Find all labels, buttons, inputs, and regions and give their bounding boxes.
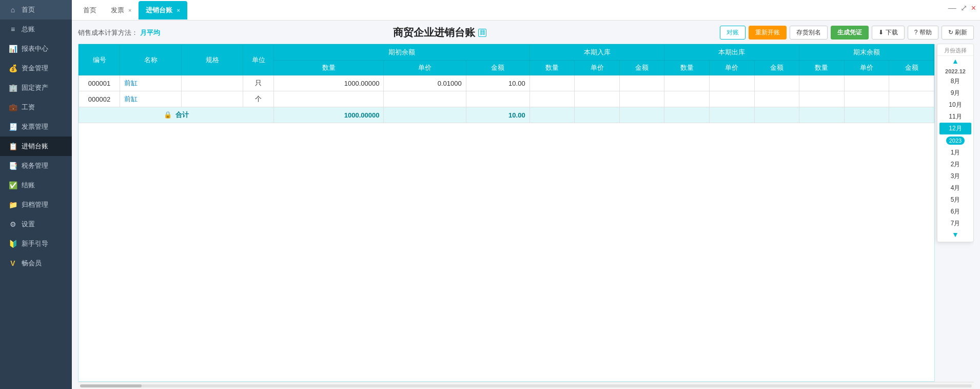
refresh-button[interactable]: ↻ 刷新 [942, 26, 974, 40]
month-5[interactable]: 5月 [937, 194, 973, 206]
cost-method-value: 月平均 [140, 29, 160, 36]
sidebar-item-funds[interactable]: 💰 资金管理 [0, 59, 72, 78]
reconcile-button[interactable]: 对账 [720, 26, 746, 40]
checkout-icon: ✅ [8, 181, 17, 189]
sub-col-price-in: 单价 [575, 61, 620, 75]
month-4[interactable]: 4月 [937, 182, 973, 194]
cell-name: 前缸 [120, 91, 182, 107]
sidebar-item-salary[interactable]: 💼 工资 [0, 98, 72, 117]
table-row[interactable]: 000001 前缸 只 1000.00000 0.01000 10.00 [79, 75, 934, 91]
tab-invoice-close[interactable]: × [128, 7, 131, 13]
sidebar-item-checkout[interactable]: ✅ 结账 [0, 176, 72, 195]
total-qty-begin: 1000.00000 [274, 107, 384, 123]
month-3[interactable]: 3月 [937, 170, 973, 182]
reopen-button[interactable]: 重新开账 [749, 26, 787, 40]
sidebar-item-tax[interactable]: 📑 税务管理 [0, 156, 72, 176]
cell-qty-begin: 1000.00000 [274, 75, 384, 91]
month-7[interactable]: 7月 [937, 218, 973, 229]
sidebar-item-assets[interactable]: 🏢 固定资产 [0, 78, 72, 98]
cell-amount-end [889, 91, 934, 107]
inventory-table: 编号 名称 规格 单位 期初余额 本期入库 本期出库 期末余额 数量 单价 [79, 44, 934, 123]
generate-voucher-button[interactable]: 生成凭证 [831, 26, 869, 40]
month-11[interactable]: 11月 [937, 111, 973, 123]
year-2022-label: 2022.12 [937, 66, 973, 75]
month-10[interactable]: 10月 [937, 99, 973, 111]
month-1[interactable]: 1月 [937, 147, 973, 159]
sidebar-item-guide[interactable]: 🔰 新手引导 [0, 234, 72, 254]
cell-id: 000001 [79, 75, 120, 91]
sidebar-item-label: 首页 [22, 5, 35, 14]
total-amount-out [754, 107, 799, 123]
help-icon: ? [914, 29, 918, 36]
table-row[interactable]: 000002 前缸 个 [79, 91, 934, 107]
maximize-button[interactable]: ⤢ [961, 3, 967, 13]
month-12[interactable]: 12月 [939, 123, 971, 134]
save-alias-button[interactable]: 存货别名 [790, 26, 828, 40]
total-label: 🔒 合计 [79, 107, 274, 123]
cell-price-end [844, 91, 889, 107]
tab-inventory[interactable]: 进销台账 × [139, 1, 187, 20]
sidebar-item-inventory[interactable]: 📋 进销台账 [0, 137, 72, 156]
sidebar-item-label: 工资 [22, 103, 35, 112]
cell-price-begin: 0.01000 [384, 75, 466, 91]
month-nav-down[interactable]: ▼ [937, 229, 973, 240]
info-icon[interactable]: 目 [478, 29, 486, 37]
sidebar-item-label: 归档管理 [22, 200, 48, 209]
scrollbar-thumb[interactable] [80, 384, 142, 387]
cell-price-in [575, 91, 620, 107]
sub-col-amount-in: 金额 [619, 61, 664, 75]
total-qty-out [664, 107, 710, 123]
cell-amount-out [754, 91, 799, 107]
month-9[interactable]: 9月 [937, 87, 973, 99]
help-button[interactable]: ? 帮助 [908, 26, 938, 40]
col-header-unit: 单位 [243, 45, 274, 75]
close-button[interactable]: × [971, 3, 976, 13]
tabs-bar: 首页 发票 × 进销台账 × [72, 0, 980, 21]
scrollbar-track [80, 384, 972, 387]
tab-home[interactable]: 首页 [76, 1, 104, 20]
tab-invoice-label: 发票 [111, 6, 124, 15]
download-button[interactable]: ⬇ 下载 [872, 26, 904, 40]
sidebar-item-label: 税务管理 [22, 161, 48, 170]
col-header-in: 本期入库 [530, 45, 664, 61]
month-6[interactable]: 6月 [937, 206, 973, 218]
cell-name: 前缸 [120, 75, 182, 91]
sidebar-item-settings[interactable]: ⚙ 设置 [0, 215, 72, 234]
minimize-button[interactable]: — [948, 3, 956, 13]
month-2[interactable]: 2月 [937, 159, 973, 170]
sidebar-item-label: 总账 [22, 25, 35, 34]
col-header-id: 编号 [79, 45, 120, 75]
sidebar-item-label: 发票管理 [22, 122, 48, 131]
col-header-spec: 规格 [182, 45, 243, 75]
sidebar-item-invoice-mgmt[interactable]: 🧾 发票管理 [0, 117, 72, 137]
cell-price-in [575, 75, 620, 91]
total-qty-end [799, 107, 845, 123]
inventory-table-container[interactable]: 编号 名称 规格 单位 期初余额 本期入库 本期出库 期末余额 数量 单价 [78, 44, 935, 382]
tab-inventory-label: 进销台账 [146, 6, 172, 15]
sidebar-item-label: 结账 [22, 181, 35, 190]
cell-qty-begin [274, 91, 384, 107]
cell-spec [182, 91, 243, 107]
month-nav-up[interactable]: ▲ [937, 56, 973, 66]
sidebar-item-label: 新手引导 [22, 239, 48, 248]
year-badge-2023: 2023 [946, 137, 965, 145]
month-8[interactable]: 8月 [937, 75, 973, 87]
sidebar-item-ledger[interactable]: ≡ 总账 [0, 20, 72, 39]
sidebar-item-vip[interactable]: V 畅会员 [0, 254, 72, 273]
total-price-begin [384, 107, 466, 123]
sub-col-price-end: 单价 [844, 61, 889, 75]
cell-unit: 只 [243, 75, 274, 91]
sidebar-item-archive[interactable]: 📁 归档管理 [0, 195, 72, 215]
sub-col-qty-end: 数量 [799, 61, 845, 75]
sidebar-item-home[interactable]: ⌂ 首页 [0, 0, 72, 20]
tab-invoice[interactable]: 发票 × [104, 1, 139, 20]
sidebar-item-label: 报表中心 [22, 44, 48, 53]
sidebar-item-reports[interactable]: 📊 报表中心 [0, 39, 72, 59]
horizontal-scrollbar[interactable] [78, 382, 974, 389]
sub-col-price-begin: 单价 [384, 61, 466, 75]
download-icon: ⬇ [878, 29, 884, 36]
total-qty-in [530, 107, 575, 123]
invoice-mgmt-icon: 🧾 [8, 123, 17, 131]
tab-inventory-close[interactable]: × [177, 7, 180, 13]
toolbar: 销售成本计算方法： 月平均 商贸企业进销台账 目 对账 重新开账 存货别名 生成… [78, 26, 974, 40]
